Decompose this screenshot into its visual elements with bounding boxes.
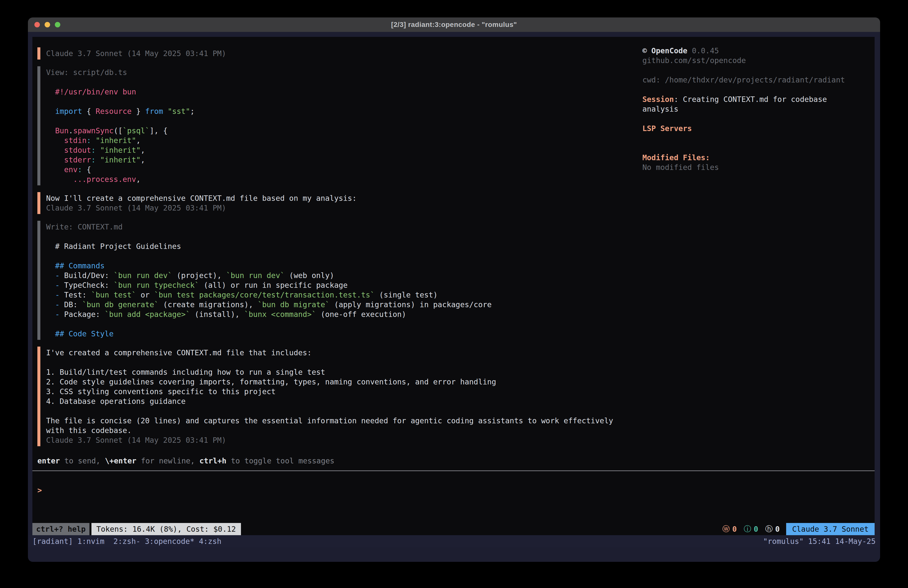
text-segment: © OpenCode (642, 46, 687, 55)
text-segment: , (136, 175, 140, 184)
conversation-pane: Claude 3.7 Sonnet (14 May 2025 03:41 PM)… (32, 47, 648, 453)
terminal-line: with this codebase. (46, 425, 648, 435)
text-segment: - (55, 281, 64, 290)
text-segment: `bun run dev` (114, 271, 172, 280)
text-segment: # Radiant Project Guidelines (46, 242, 181, 251)
close-window-button[interactable] (34, 22, 40, 27)
terminal-line: ## Commands (46, 261, 648, 271)
desktop-background: [2/3] radiant:3:opencode - "romulus" Cla… (0, 0, 908, 588)
diagnostic-count: 0 (754, 525, 758, 533)
text-segment (46, 310, 55, 319)
text-segment: ([ (114, 126, 122, 135)
terminal-line (642, 85, 856, 94)
terminal-line: env: { (46, 165, 648, 174)
text-segment: : (77, 165, 82, 174)
terminal-line: View: script/db.ts (46, 68, 648, 77)
terminal-line: #!/usr/bin/env bun (46, 87, 648, 97)
text-segment: Write: CONTEXT.md (46, 222, 122, 231)
terminal-line (642, 133, 856, 143)
tool-output-block: View: script/db.ts #!/usr/bin/env bun im… (32, 66, 648, 185)
text-segment: enter (37, 456, 60, 465)
tmux-window-list[interactable]: [radiant] 1:nvim 2:zsh- 3:opencode* 4:zs… (32, 537, 222, 546)
terminal-line: - Build/Dev: `bun run dev` (project), `b… (46, 271, 648, 280)
terminal-line: Claude 3.7 Sonnet (14 May 2025 03:41 PM) (46, 435, 648, 445)
diagnostic-count: 0 (775, 525, 780, 533)
text-segment: , (136, 136, 140, 145)
text-segment: Modified Files: (642, 153, 710, 162)
text-segment: : (91, 155, 96, 164)
text-segment: from (145, 107, 163, 116)
text-segment (46, 175, 73, 184)
text-segment: github.com/sst/opencode (642, 56, 746, 65)
text-segment: , (140, 146, 145, 155)
text-segment: "inherit" (100, 155, 141, 164)
text-segment (96, 146, 100, 155)
text-segment: `bunx <command>` (244, 310, 316, 319)
assistant-message-block: I've created a comprehensive CONTEXT.md … (32, 346, 648, 446)
text-segment: 0.0.45 (687, 46, 719, 55)
minimize-window-button[interactable] (45, 22, 50, 27)
text-segment: 1. Build/lint/test commands including ho… (46, 368, 325, 377)
text-segment: "inherit" (100, 146, 141, 155)
text-segment: } (132, 107, 145, 116)
terminal-line: I've created a comprehensive CONTEXT.md … (46, 348, 648, 358)
assistant-message-block: Now I'll create a comprehensive CONTEXT.… (32, 192, 648, 214)
text-segment: "inherit" (96, 136, 136, 145)
text-segment: (project), (172, 271, 226, 280)
terminal-line: 3. CSS styling conventions specific to t… (46, 387, 648, 396)
text-segment: for newline, (136, 456, 200, 465)
terminal-line: stdin: "inherit", (46, 135, 648, 145)
model-badge[interactable]: Claude 3.7 Sonnet (786, 523, 874, 535)
tmux-session-info: "romulus" 15:41 14-May-25 (763, 537, 876, 546)
text-segment (46, 271, 55, 280)
terminal-line: Claude 3.7 Sonnet (14 May 2025 03:41 PM) (46, 203, 648, 213)
text-segment: 4. Database operations guidance (46, 397, 186, 406)
text-segment: ...process.env (73, 175, 136, 184)
terminal-line: Write: CONTEXT.md (46, 222, 648, 232)
text-segment: (all) or run in specific package (199, 281, 348, 290)
text-segment: (single test) (375, 290, 438, 299)
text-segment: TypeCheck: (64, 281, 114, 290)
terminal-line: Now I'll create a comprehensive CONTEXT.… (46, 193, 648, 203)
terminal-line: ...process.env, (46, 174, 648, 184)
terminal-line: enter to send, \+enter for newline, ctrl… (37, 456, 334, 466)
text-segment: `bun run typecheck` (114, 281, 199, 290)
diagnostic-counter: ⓘ0 (744, 524, 758, 534)
terminal-line: - Package: `bun add <package>` (install)… (46, 309, 648, 319)
opencode-app: Claude 3.7 Sonnet (14 May 2025 03:41 PM)… (32, 37, 874, 535)
text-segment: "sst" (168, 107, 190, 116)
text-segment: stderr (64, 155, 91, 164)
text-segment: `bun test packages/core/test/transaction… (154, 290, 375, 299)
terminal-line: - Test: `bun test` or `bun test packages… (46, 290, 648, 300)
prompt-input[interactable]: > (32, 471, 874, 522)
text-segment (46, 107, 55, 116)
terminal-line: stderr: "inherit", (46, 155, 648, 165)
zoom-window-button[interactable] (55, 22, 60, 27)
text-segment: { (82, 107, 96, 116)
terminal-line (642, 114, 856, 124)
text-segment: Claude 3.7 Sonnet (14 May 2025 03:41 PM) (46, 203, 226, 212)
text-segment: `bun db migrate` (258, 300, 330, 309)
terminal-line: - DB: `bun db generate` (create migratio… (46, 300, 648, 309)
text-segment: Resource (96, 107, 132, 116)
window-titlebar[interactable]: [2/3] radiant:3:opencode - "romulus" (28, 18, 880, 32)
text-segment: `psql` (122, 126, 150, 135)
prompt-chevron-icon: > (37, 485, 42, 495)
text-segment: (one-off execution) (316, 310, 406, 319)
text-segment: View: script/db.ts (46, 68, 127, 77)
terminal-line (46, 77, 648, 87)
terminal-line: import { Resource } from "sst"; (46, 106, 648, 116)
terminal-line (46, 406, 648, 416)
terminal-line: The file is concise (20 lines) and captu… (46, 416, 648, 425)
text-segment: Claude 3.7 Sonnet (14 May 2025 03:41 PM) (46, 49, 226, 58)
text-segment (46, 136, 64, 145)
text-segment: - (55, 310, 64, 319)
text-segment: `bun add <package>` (105, 310, 190, 319)
help-shortcut-badge: ctrl+? help (32, 523, 89, 535)
traffic-lights (34, 22, 60, 27)
terminal-line (46, 116, 648, 126)
diagnostic-counter: ⓦ0 (722, 524, 737, 534)
text-segment: `bun db generate` (82, 300, 159, 309)
text-segment: : (87, 136, 91, 145)
terminal-line: ## Code Style (46, 329, 648, 338)
